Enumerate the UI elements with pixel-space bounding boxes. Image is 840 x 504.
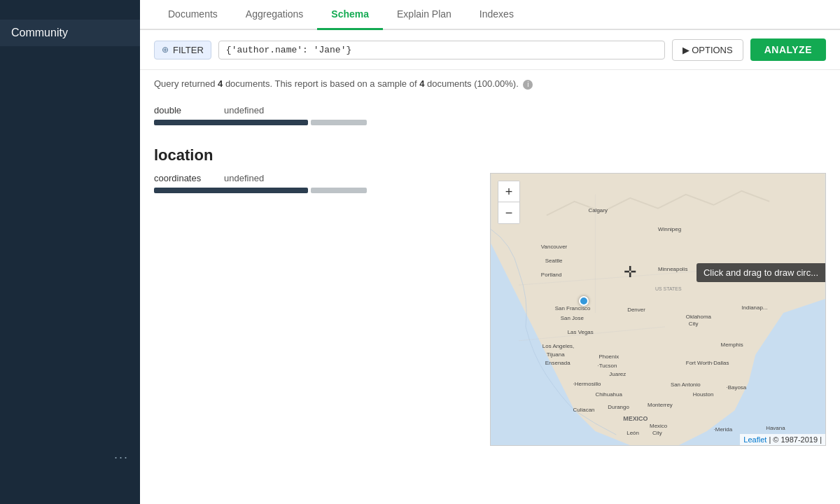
svg-text:·Bayosa: ·Bayosa [726, 384, 746, 391]
tab-documents[interactable]: Documents [154, 0, 232, 30]
field-location-name: location [154, 146, 826, 164]
info-icon[interactable]: i [523, 80, 533, 90]
attribution-copy: | © 1987-2019 | [769, 435, 822, 444]
tab-indexes[interactable]: Indexes [465, 0, 528, 30]
map-wrapper: coordinates undefined [154, 173, 826, 446]
svg-text:Ensenada: Ensenada [545, 360, 570, 366]
svg-text:Seattle: Seattle [545, 258, 563, 264]
map-container[interactable]: Calgary Winnipeg Vancouver Seattle Portl… [490, 173, 826, 446]
svg-text:Los Angeles,: Los Angeles, [542, 343, 574, 349]
svg-text:Chihuahua: Chihuahua [595, 391, 622, 398]
sidebar: Community ... [0, 0, 140, 504]
tab-aggregations[interactable]: Aggregations [232, 0, 318, 30]
svg-text:Culiacan: Culiacan [573, 407, 595, 413]
map-background: Calgary Winnipeg Vancouver Seattle Portl… [491, 174, 825, 445]
filter-bar: ⊕ FILTER ▶ OPTIONS ANALYZE [140, 30, 840, 70]
query-text-middle1: documents. This report is based on a sam… [223, 78, 419, 89]
svg-text:Tijuana: Tijuana [547, 351, 565, 358]
leaflet-link[interactable]: Leaflet [743, 435, 766, 444]
svg-text:Juarez: Juarez [609, 371, 626, 377]
svg-text:San Francisco: San Francisco [555, 305, 591, 312]
svg-text:San Jose: San Jose [561, 315, 584, 321]
filter-input-container[interactable] [218, 41, 665, 59]
svg-text:San Antonio: San Antonio [671, 382, 701, 388]
svg-text:Mexico: Mexico [650, 423, 668, 429]
svg-text:·Hermosillo: ·Hermosillo [573, 381, 601, 387]
filter-label: FILTER [173, 45, 204, 55]
map-zoom-controls[interactable]: + − [498, 181, 520, 224]
map-attribution: Leaflet | © 1987-2019 | [740, 434, 825, 445]
sidebar-dots[interactable]: ... [114, 447, 129, 462]
svg-text:Durango: Durango [608, 404, 629, 410]
zoom-in-button[interactable]: + [498, 181, 519, 202]
svg-text:Portland: Portland [541, 272, 562, 278]
sidebar-item-community[interactable]: Community [0, 20, 140, 46]
bar-container-coord [154, 188, 476, 193]
bar-double [154, 120, 308, 125]
svg-text:Winnipeg: Winnipeg [658, 226, 681, 232]
svg-text:Havana: Havana [766, 425, 785, 431]
svg-text:MEXICO: MEXICO [623, 415, 648, 422]
field-section-location: location coordinates undefined [154, 146, 826, 446]
svg-text:Denver: Denver [627, 307, 645, 313]
filter-icon: ⊕ [162, 45, 169, 55]
svg-text:US STATES: US STATES [655, 286, 682, 291]
map-left: coordinates undefined [154, 173, 490, 446]
tab-explain-plan[interactable]: Explain Plan [383, 0, 465, 30]
svg-text:Houston: Houston [693, 391, 714, 398]
sidebar-section [0, 0, 140, 20]
analyze-button[interactable]: ANALYZE [750, 38, 826, 61]
coordinates-label: coordinates [154, 173, 210, 183]
map-tooltip: Click and drag to draw circ... [696, 263, 825, 282]
svg-text:·Tucson: ·Tucson [597, 363, 617, 369]
query-text-middle2: documents (100.00%). [424, 78, 518, 89]
svg-text:Indianap...: Indianap... [741, 304, 767, 311]
main-content: Documents Aggregations Schema Explain Pl… [140, 0, 840, 504]
filter-badge: ⊕ FILTER [154, 41, 211, 59]
svg-text:City: City [689, 321, 699, 327]
svg-text:Phoenix: Phoenix [598, 354, 619, 360]
svg-text:City: City [652, 430, 662, 436]
svg-text:León: León [626, 430, 639, 436]
bar-container-top [154, 120, 826, 125]
svg-text:Calgary: Calgary [589, 207, 608, 214]
query-text-before: Query returned [154, 78, 218, 89]
type-row-coordinates: coordinates undefined [154, 173, 476, 183]
options-button[interactable]: ▶ OPTIONS [672, 39, 743, 61]
svg-text:Fort Worth·Dallas: Fort Worth·Dallas [686, 360, 729, 366]
svg-text:Oklahoma: Oklahoma [686, 314, 712, 320]
tab-schema[interactable]: Schema [317, 0, 383, 30]
svg-text:Vancouver: Vancouver [541, 244, 568, 250]
svg-text:Las Vegas: Las Vegas [568, 329, 594, 335]
type-row-double: double undefined [154, 105, 826, 115]
undefined-label-coord: undefined [224, 173, 264, 183]
map-crosshair-icon: ✛ [624, 263, 636, 281]
query-info: Query returned 4 documents. This report … [140, 70, 840, 98]
bar-undefined-coord [311, 188, 367, 193]
content-area: double undefined location coordinates un… [140, 98, 840, 504]
zoom-out-button[interactable]: − [498, 202, 519, 223]
tab-bar: Documents Aggregations Schema Explain Pl… [140, 0, 840, 30]
double-label: double [154, 105, 210, 115]
bar-undefined-top [311, 120, 367, 125]
map-location-dot [579, 296, 589, 306]
field-section-type: double undefined [154, 105, 826, 125]
svg-text:Monterrey: Monterrey [648, 402, 673, 408]
bar-coordinates [154, 188, 308, 193]
svg-text:Minneapolis: Minneapolis [658, 266, 687, 272]
undefined-label-top: undefined [224, 105, 264, 115]
svg-text:·Merida: ·Merida [714, 426, 733, 433]
svg-text:Memphis: Memphis [721, 342, 743, 348]
filter-input[interactable] [226, 45, 657, 55]
